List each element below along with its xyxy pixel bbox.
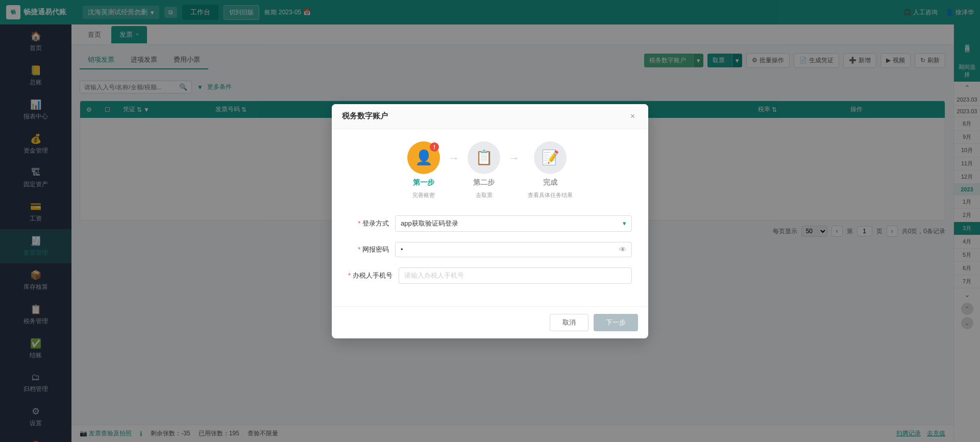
step-1: 👤 ! 第一步 完善账密 xyxy=(407,141,440,199)
phone-field[interactable]: 请输入办税人手机号 xyxy=(399,267,632,284)
password-field[interactable]: • 👁 xyxy=(395,242,632,257)
step-3: 📝 完成 查看具体任务结果 xyxy=(528,141,573,199)
modal-footer: 取消 下一步 xyxy=(332,306,648,338)
steps-row: 👤 ! 第一步 完善账密 → 📋 第二步 去取票 → xyxy=(348,141,632,199)
step-2-label: 第二步 xyxy=(473,178,495,187)
cancel-btn[interactable]: 取消 xyxy=(550,314,589,331)
eye-icon[interactable]: 👁 xyxy=(619,245,626,254)
step-1-badge: ! xyxy=(430,142,439,152)
modal-header: 税务数字账户 × xyxy=(332,104,648,129)
form-area: * 登录方式 app获取验证码登录 ▾ * 网报密码 • 👁 xyxy=(348,215,632,284)
modal-body: 👤 ! 第一步 完善账密 → 📋 第二步 去取票 → xyxy=(332,129,648,306)
step-3-desc: 查看具体任务结果 xyxy=(528,191,573,199)
step-3-icon: 📝 xyxy=(542,149,559,166)
phone-placeholder: 请输入办税人手机号 xyxy=(404,271,464,280)
password-label: * 网报密码 xyxy=(348,245,389,254)
step-2: 📋 第二步 去取票 xyxy=(468,141,500,199)
phone-label: * 办税人手机号 xyxy=(348,271,393,280)
step-arrow-2: → xyxy=(508,141,520,165)
step-1-desc: 完善账密 xyxy=(412,191,435,199)
step-1-icon: 👤 xyxy=(415,149,433,166)
step-2-icon: 📋 xyxy=(475,149,493,166)
password-row: * 网报密码 • 👁 xyxy=(348,242,632,257)
next-btn[interactable]: 下一步 xyxy=(594,314,638,331)
login-method-row: * 登录方式 app获取验证码登录 ▾ xyxy=(348,215,632,232)
step-1-icon-wrap: 👤 ! xyxy=(407,141,440,174)
modal-title: 税务数字账户 xyxy=(342,111,388,121)
step-2-icon-wrap: 📋 xyxy=(468,141,500,174)
step-arrow-1: → xyxy=(448,141,459,165)
login-method-value: app获取验证码登录 xyxy=(401,219,458,228)
modal-close-btn[interactable]: × xyxy=(627,111,638,121)
phone-row: * 办税人手机号 请输入办税人手机号 xyxy=(348,267,632,284)
tax-account-modal: 税务数字账户 × 👤 ! 第一步 完善账密 → xyxy=(332,104,648,338)
login-method-label: * 登录方式 xyxy=(348,219,389,228)
password-dot: • xyxy=(401,245,403,253)
step-3-label: 完成 xyxy=(543,178,557,187)
login-method-select[interactable]: app获取验证码登录 ▾ xyxy=(395,215,632,232)
modal-overlay[interactable]: 税务数字账户 × 👤 ! 第一步 完善账密 → xyxy=(0,0,980,442)
step-2-desc: 去取票 xyxy=(476,191,493,199)
step-1-label: 第一步 xyxy=(413,178,434,187)
step-3-icon-wrap: 📝 xyxy=(534,141,567,174)
dropdown-icon: ▾ xyxy=(623,219,626,227)
